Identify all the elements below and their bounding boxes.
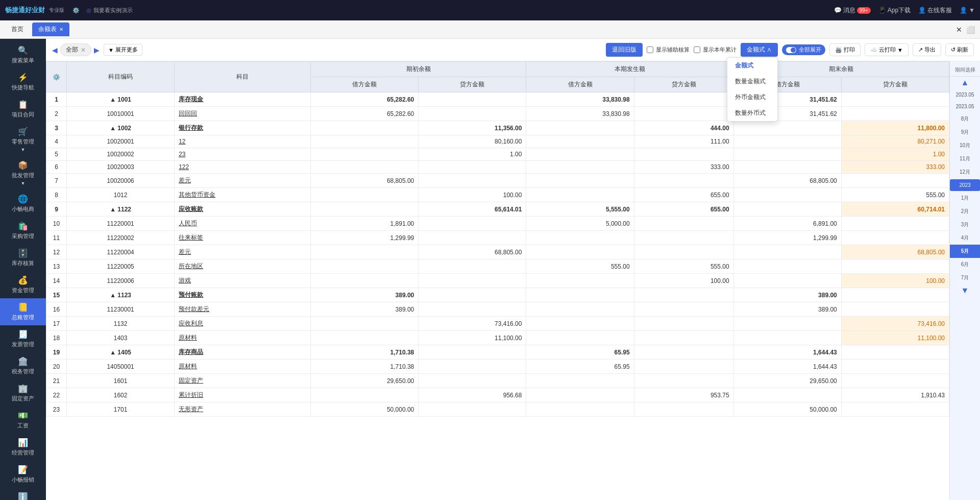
cell-value: 1,644.43 xyxy=(733,360,841,374)
ytd-checkbox[interactable] xyxy=(694,46,700,53)
back-old-version-btn[interactable]: 退回旧版 xyxy=(606,43,643,57)
breadcrumb-close-icon[interactable]: ✕ xyxy=(81,46,86,54)
period-10[interactable]: 10月 xyxy=(950,139,980,152)
sidebar-item-project[interactable]: 📋 项目合同 xyxy=(0,96,46,123)
cell-name[interactable]: 应收账款 xyxy=(175,202,311,217)
cell-value xyxy=(311,274,419,288)
cell-value xyxy=(634,245,733,259)
sidebar-item-retail[interactable]: 🛒 零售管理 ▼ xyxy=(0,123,46,156)
period-2023-label[interactable]: 2023 xyxy=(950,179,980,191)
dropdown-item-qty-amount[interactable]: 数量金额式 xyxy=(727,74,777,89)
table-row: 1211220004差元68,805.0068,805.00 xyxy=(46,245,949,259)
cell-value xyxy=(841,259,949,274)
cell-value xyxy=(634,331,733,345)
toolbar: ◀ 全部 ✕ ▶ ▼ 展开更多 退回旧版 显示辅助核算 xyxy=(46,39,980,61)
period-1[interactable]: 1月 xyxy=(950,192,980,205)
cell-value xyxy=(526,302,634,317)
period-2023-05-1[interactable]: 2023.05 xyxy=(950,89,980,101)
app-download-btn[interactable]: 📱 App下载 xyxy=(878,6,911,15)
cell-no: 15 xyxy=(46,288,67,302)
dropdown-item-amount[interactable]: 金额式 xyxy=(727,58,777,74)
period-2[interactable]: 2月 xyxy=(950,205,980,218)
refresh-btn[interactable]: ↺ 刷新 xyxy=(945,43,974,56)
message-btn[interactable]: 💬 消息 99+ xyxy=(834,6,871,15)
show-ytd-check[interactable]: 显示本年累计 xyxy=(694,46,737,54)
sidebar-item-tax[interactable]: 🏛️ 税务管理 xyxy=(0,352,46,379)
assist-checkbox[interactable] xyxy=(647,46,653,53)
period-3[interactable]: 3月 xyxy=(950,218,980,231)
cell-name[interactable]: 库存商品 xyxy=(175,345,311,360)
expand-more-btn[interactable]: ▼ 展开更多 xyxy=(104,44,142,56)
online-service-btn[interactable]: 👤 在线客服 xyxy=(918,6,952,15)
dropdown-item-qty-foreign[interactable]: 数量外币式 xyxy=(727,105,777,121)
cell-value: 65,614.01 xyxy=(419,202,526,217)
period-4[interactable]: 4月 xyxy=(950,231,980,245)
cell-value xyxy=(311,148,419,161)
sidebar-item-inventory[interactable]: 🗄️ 库存核算 xyxy=(0,244,46,271)
cell-value xyxy=(311,188,419,202)
cell-name: 差元 xyxy=(175,245,311,259)
user-avatar[interactable]: 👤 ▼ xyxy=(960,7,975,14)
inventory-icon: 🗄️ xyxy=(18,248,28,258)
demo-link[interactable]: ◎ 我要看实例演示 xyxy=(86,7,133,14)
show-assist-check[interactable]: 显示辅助核算 xyxy=(647,46,690,54)
breadcrumb-right-arrow[interactable]: ▶ xyxy=(94,46,100,54)
period-up-arrow[interactable]: ▲ xyxy=(960,77,971,89)
cell-value xyxy=(419,288,526,302)
sidebar-item-wholesale[interactable]: 📦 批发管理 ▼ xyxy=(0,156,46,190)
tab-yue[interactable]: 余额表 ✕ xyxy=(32,22,69,36)
refresh-icon: ↺ xyxy=(951,46,955,53)
period-11[interactable]: 11月 xyxy=(950,152,980,165)
period-9[interactable]: 9月 xyxy=(950,126,980,139)
sidebar-item-salary[interactable]: 💵 工资 xyxy=(0,407,46,434)
sidebar-item-sales[interactable]: 📝 小畅报销 xyxy=(0,461,46,488)
tab-home[interactable]: 首页 xyxy=(5,22,30,36)
dropdown-item-foreign-amount[interactable]: 外币金额式 xyxy=(727,89,777,105)
breadcrumb-tag[interactable]: 全部 ✕ xyxy=(60,43,91,56)
cell-value: 555.00 xyxy=(634,259,733,274)
period-down-arrow[interactable]: ▼ xyxy=(960,284,971,297)
cell-value xyxy=(733,121,841,135)
sidebar-item-basic[interactable]: ℹ️ 基础信息 xyxy=(0,488,46,500)
breadcrumb-left-arrow[interactable]: ◀ xyxy=(52,46,58,54)
cell-name[interactable]: 预付账款 xyxy=(175,288,311,302)
table-row: 221602累计折旧956.68953.751,910.43 xyxy=(46,388,949,402)
sidebar-item-ecom[interactable]: 🌐 小畅电商 xyxy=(0,190,46,217)
sidebar-item-quick-nav[interactable]: ⚡ 快捷导航 xyxy=(0,68,46,96)
sidebar-item-capital[interactable]: 💰 资金管理 xyxy=(0,271,46,298)
period-12[interactable]: 12月 xyxy=(950,165,980,179)
sidebar-item-ops[interactable]: 📊 经营管理 xyxy=(0,434,46,461)
period-2023-05-2[interactable]: 2023.05 xyxy=(950,101,980,112)
table-row: 211601固定资产29,650.0029,650.00 xyxy=(46,374,949,388)
sidebar-item-fixed-asset[interactable]: 🏢 固定资产 xyxy=(0,379,46,407)
cell-value: 73,416.00 xyxy=(841,317,949,331)
sidebar-item-invoice[interactable]: 🧾 发票管理 xyxy=(0,325,46,352)
tab-close-window[interactable]: ✕ xyxy=(956,26,962,34)
export-btn[interactable]: ↗ 导出 xyxy=(913,43,941,56)
period-6[interactable]: 6月 xyxy=(950,258,980,271)
cell-name: 回回回 xyxy=(175,107,311,121)
table-row: 510020002231.001.00 xyxy=(46,148,949,161)
tab-close-yue[interactable]: ✕ xyxy=(59,27,63,32)
amount-mode-btn[interactable]: 金额式 ∧ xyxy=(741,43,778,57)
cloud-print-btn[interactable]: ☁️ 云打印 ▼ xyxy=(865,43,909,56)
cell-value xyxy=(733,202,841,217)
tab-maximize[interactable]: ⬜ xyxy=(966,26,975,34)
sidebar-item-ledger[interactable]: 📒 总账管理 xyxy=(0,298,46,325)
period-8[interactable]: 8月 xyxy=(950,112,980,126)
period-7[interactable]: 7月 xyxy=(950,271,980,284)
sidebar-item-purchase[interactable]: 🛍️ 采购管理 xyxy=(0,217,46,244)
table-settings-icon[interactable]: ⚙️ xyxy=(53,74,60,81)
th-settings[interactable]: ⚙️ xyxy=(46,62,67,92)
cell-name[interactable]: 库存现金 xyxy=(175,92,311,107)
cell-value: 11,356.00 xyxy=(419,121,526,135)
cell-name[interactable]: 银行存款 xyxy=(175,121,311,135)
print-btn[interactable]: 🖨️ 打印 xyxy=(829,43,861,56)
expand-all-toggle[interactable]: 全部展开 xyxy=(782,44,825,55)
cell-value xyxy=(311,121,419,135)
cell-no: 17 xyxy=(46,317,67,331)
cell-no: 4 xyxy=(46,135,67,148)
period-5-active[interactable]: 5月 xyxy=(950,245,980,258)
chevron-down-icon-print: ▼ xyxy=(897,47,903,53)
sidebar-item-search[interactable]: 🔍 搜索菜单 xyxy=(0,41,46,68)
